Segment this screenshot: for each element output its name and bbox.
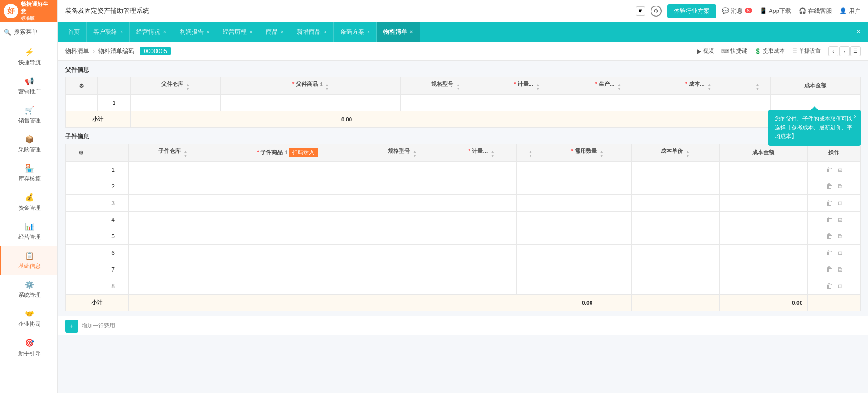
sort-child-unit[interactable]: ▲▼	[491, 150, 494, 158]
sidebar-item-system[interactable]: ⚙️ 系统管理	[0, 275, 57, 304]
copy-icon-1[interactable]: ⧉	[836, 165, 844, 174]
child-section-title: 子件信息	[65, 133, 861, 141]
user-button[interactable]: 👤 用户	[839, 7, 861, 15]
parent-row1-produce[interactable]	[563, 95, 653, 111]
message-button[interactable]: 💬 消息 6	[722, 7, 752, 15]
sort-child-warehouse[interactable]: ▲▼	[184, 150, 187, 158]
child-th-settings: ⚙	[66, 144, 97, 162]
close-tab-product[interactable]: ×	[281, 29, 283, 35]
tab-new-product[interactable]: 新增商品 ×	[290, 22, 333, 42]
copy-icon-4[interactable]: ⧉	[836, 215, 844, 224]
child-r2-qty[interactable]	[543, 178, 631, 195]
child-row-6: 6 🗑 ⧉	[66, 245, 861, 261]
close-tab-bom[interactable]: ×	[410, 29, 413, 35]
child-r1-qty[interactable]	[543, 162, 631, 178]
trial-button[interactable]: 体验行业方案	[667, 4, 716, 18]
copy-icon-7[interactable]: ⧉	[836, 265, 844, 274]
tab-customer[interactable]: 客户联络 ×	[87, 22, 130, 42]
sort-cost[interactable]: ▲▼	[707, 83, 711, 91]
next-arrow[interactable]: ›	[839, 46, 850, 56]
close-tab-operations[interactable]: ×	[163, 29, 166, 35]
child-r2-product[interactable]	[217, 178, 358, 195]
close-tab-new-product[interactable]: ×	[324, 29, 326, 35]
parent-row1-cost[interactable]	[653, 95, 743, 111]
view-action[interactable]: ▶ 视频	[697, 47, 714, 55]
delete-icon-6[interactable]: 🗑	[824, 248, 834, 257]
child-r1-unit[interactable]	[446, 162, 517, 178]
expand-icon[interactable]: ▼	[636, 6, 645, 16]
tab-bom[interactable]: 物料清单 ×	[377, 22, 420, 42]
delete-icon-7[interactable]: 🗑	[824, 265, 834, 274]
sort-product[interactable]: ▲▼	[325, 83, 329, 91]
sort-spec[interactable]: ▲▼	[457, 83, 460, 91]
child-r2-warehouse[interactable]	[129, 178, 217, 195]
sort-child-qty[interactable]: ▲▼	[600, 150, 603, 158]
delete-icon-2[interactable]: 🗑	[824, 181, 834, 191]
prev-arrow[interactable]: ‹	[828, 46, 838, 56]
app-download-button[interactable]: 📱 App下载	[760, 7, 791, 15]
tab-profit[interactable]: 利润报告 ×	[173, 22, 216, 42]
sidebar-item-marketing[interactable]: 📢 营销推广	[0, 71, 57, 100]
copy-icon-8[interactable]: ⧉	[836, 281, 844, 290]
child-row-8: 8 🗑 ⧉	[66, 278, 861, 295]
close-tab-customer[interactable]: ×	[120, 29, 123, 35]
tab-home[interactable]: 首页	[61, 22, 87, 42]
copy-icon-3[interactable]: ⧉	[836, 198, 844, 207]
sidebar-search[interactable]: 🔍 搜索菜单	[0, 22, 57, 42]
sidebar-item-inventory[interactable]: 🏪 库存核算	[0, 158, 57, 187]
settings-icon[interactable]: ⚙	[651, 6, 662, 17]
sidebar-item-operations[interactable]: 📊 经营管理	[0, 217, 57, 246]
parent-row1-warehouse[interactable]	[130, 95, 220, 111]
sort-produce[interactable]: ▲▼	[617, 83, 621, 91]
copy-icon-5[interactable]: ⧉	[836, 231, 844, 241]
tab-history[interactable]: 经营历程 ×	[216, 22, 259, 42]
close-tab-history[interactable]: ×	[249, 29, 252, 35]
tooltip-close[interactable]: ×	[854, 113, 857, 121]
shortcut-action[interactable]: ⌨ 快捷键	[721, 47, 747, 55]
sidebar-item-sales[interactable]: 🛒 销售管理	[0, 100, 57, 129]
nav-tabs: 首页 客户联络 × 经营情况 × 利润报告 × 经营历程 × 商品 × 新增商品…	[58, 22, 868, 42]
sidebar-item-enterprise[interactable]: 🤝 企业协同	[0, 304, 57, 333]
logo-icon: 好	[4, 4, 18, 18]
delete-icon-8[interactable]: 🗑	[824, 281, 834, 290]
sidebar-item-purchase[interactable]: 📦 采购管理	[0, 129, 57, 158]
add-row-icon[interactable]: +	[65, 320, 78, 333]
tab-product[interactable]: 商品 ×	[259, 22, 290, 42]
sort-unit[interactable]: ▲▼	[536, 83, 540, 91]
single-settings-action[interactable]: ☰ 单据设置	[792, 47, 821, 55]
add-row-label[interactable]: 增加一行费用	[82, 322, 115, 330]
sidebar-item-quicknav[interactable]: ⚡ 快捷导航	[0, 42, 57, 71]
child-th-product: * 子件商品 ℹ 扫码录入	[217, 144, 358, 162]
tab-barcode[interactable]: 条码方案 ×	[334, 22, 377, 42]
sort-child-spec[interactable]: ▲▼	[413, 150, 416, 158]
scan-button[interactable]: 扫码录入	[289, 148, 318, 157]
child-r1-product[interactable]	[217, 162, 358, 178]
tab-operations[interactable]: 经营情况 ×	[130, 22, 173, 42]
sort-child-price[interactable]: ▲▼	[686, 150, 690, 158]
copy-icon-6[interactable]: ⧉	[836, 248, 844, 257]
close-tab-profit[interactable]: ×	[206, 29, 209, 35]
child-r1-warehouse[interactable]	[129, 162, 217, 178]
delete-icon-1[interactable]: 🗑	[824, 165, 834, 174]
copy-icon-2[interactable]: ⧉	[836, 181, 844, 191]
sort-warehouse[interactable]: ▲▼	[186, 83, 190, 91]
list-view[interactable]: ☰	[850, 46, 861, 56]
breadcrumb-bom[interactable]: 物料清单	[65, 47, 89, 55]
delete-icon-4[interactable]: 🗑	[824, 215, 834, 224]
parent-row1-product[interactable]	[220, 95, 400, 111]
delete-icon-5[interactable]: 🗑	[824, 231, 834, 241]
child-sort-arrows[interactable]: ▲▼	[529, 150, 532, 158]
sidebar-item-guide[interactable]: 🎯 新手引导	[0, 333, 57, 362]
child-r2-unit[interactable]	[446, 178, 517, 195]
delete-icon-3[interactable]: 🗑	[824, 198, 834, 207]
sidebar-item-basic[interactable]: 📋 基础信息	[0, 246, 57, 275]
get-cost-action[interactable]: 💲 提取成本	[754, 47, 785, 55]
sort-arrows[interactable]: ▲▼	[755, 83, 759, 91]
guide-icon: 🎯	[24, 338, 35, 348]
close-all-tabs[interactable]: ×	[853, 28, 864, 36]
search-menu-button[interactable]: 🔍 搜索菜单	[4, 26, 54, 38]
sidebar-item-finance[interactable]: 💰 资金管理	[0, 187, 57, 217]
online-service-button[interactable]: 🎧 在线客服	[799, 7, 832, 15]
close-tab-barcode[interactable]: ×	[367, 29, 370, 35]
parent-row1-unit[interactable]	[491, 95, 563, 111]
